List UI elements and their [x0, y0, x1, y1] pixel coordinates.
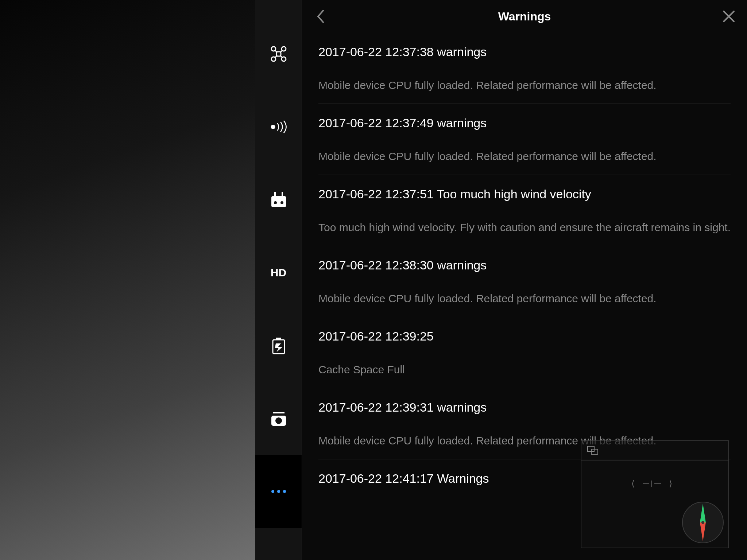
camera-icon — [270, 410, 287, 427]
svg-rect-16 — [273, 340, 285, 354]
map-overlay-widget[interactable] — [581, 440, 729, 548]
svg-point-30 — [701, 521, 704, 524]
svg-point-13 — [274, 201, 277, 204]
hd-icon: HD — [270, 264, 287, 281]
warning-item: 2017-06-22 12:39:25 Cache Space Full — [318, 317, 731, 388]
warning-item: 2017-06-22 12:37:49 warnings Mobile devi… — [318, 104, 731, 175]
crosshair-icon — [632, 478, 672, 491]
warning-title: 2017-06-22 12:37:49 warnings — [318, 116, 731, 130]
more-icon — [270, 483, 287, 500]
svg-rect-8 — [276, 52, 281, 56]
page-title: Warnings — [498, 10, 551, 23]
svg-point-19 — [275, 417, 282, 424]
svg-rect-12 — [271, 196, 286, 207]
close-icon — [722, 10, 735, 23]
sidebar-item-battery[interactable] — [255, 309, 302, 382]
back-button[interactable] — [313, 9, 328, 24]
warning-item: 2017-06-22 12:37:51 Too much high wind v… — [318, 175, 731, 246]
overlay-header — [581, 441, 728, 460]
switch-view-icon[interactable] — [587, 446, 599, 456]
warning-desc: Too much high wind velocity. Fly with ca… — [318, 221, 731, 234]
svg-point-14 — [280, 201, 283, 204]
remote-controller-icon — [270, 191, 287, 209]
overlay-content — [581, 460, 728, 548]
warning-desc: Cache Space Full — [318, 363, 731, 376]
warning-title: 2017-06-22 12:37:38 warnings — [318, 45, 731, 59]
warning-item: 2017-06-22 12:37:38 warnings Mobile devi… — [318, 33, 731, 104]
compass-widget — [681, 501, 725, 544]
warning-title: 2017-06-22 12:38:30 warnings — [318, 258, 731, 272]
header: Warnings — [302, 0, 747, 33]
camera-background — [0, 0, 255, 560]
sidebar-item-signal[interactable] — [255, 90, 302, 163]
sidebar-item-drone[interactable] — [255, 18, 302, 90]
battery-icon — [270, 337, 287, 354]
svg-point-9 — [271, 125, 275, 129]
sidebar-item-hd[interactable]: HD — [255, 236, 302, 309]
signal-icon — [270, 118, 287, 136]
warning-desc: Mobile device CPU fully loaded. Related … — [318, 292, 731, 305]
warning-desc: Mobile device CPU fully loaded. Related … — [318, 150, 731, 163]
warning-title: 2017-06-22 12:39:25 — [318, 329, 731, 343]
drone-icon — [270, 45, 287, 63]
sidebar-item-remote[interactable] — [255, 163, 302, 236]
warning-title: 2017-06-22 12:39:31 warnings — [318, 400, 731, 415]
close-button[interactable] — [721, 9, 736, 24]
sidebar: HD — [255, 0, 302, 560]
warning-desc: Mobile device CPU fully loaded. Related … — [318, 79, 731, 92]
chevron-left-icon — [316, 9, 325, 24]
sidebar-item-camera[interactable] — [255, 382, 302, 455]
sidebar-item-more[interactable] — [255, 455, 302, 528]
warning-title: 2017-06-22 12:37:51 Too much high wind v… — [318, 187, 731, 201]
warning-item: 2017-06-22 12:38:30 warnings Mobile devi… — [318, 246, 731, 317]
